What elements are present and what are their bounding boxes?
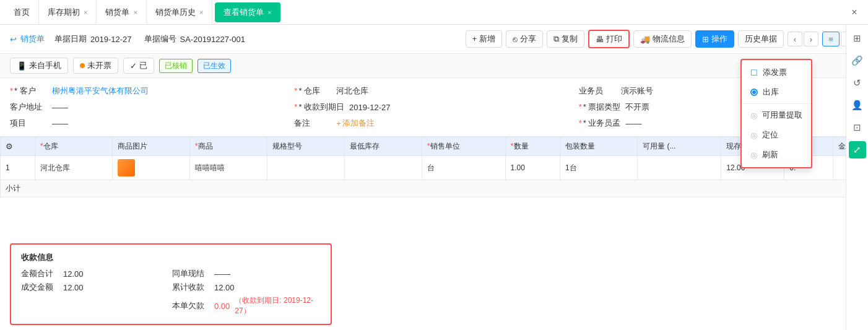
tab-view-sales[interactable]: 查看销货单 × <box>215 2 280 22</box>
radio-icon <box>750 89 758 96</box>
next-button[interactable]: › <box>804 32 818 46</box>
customer-addr-value: —— <box>52 103 68 112</box>
sidebar-link-icon[interactable]: 🔗 <box>849 52 866 69</box>
payment-info-grid: 金额合计 12.00 成交金额 12.00 同单现结 —— 累计收款 <box>21 268 321 316</box>
tab-view-sales-close[interactable]: × <box>267 9 271 16</box>
mobile-icon: 📱 <box>17 61 27 71</box>
cell-product: 嘻嘻嘻嘻 <box>189 156 267 180</box>
payment-info-section: 收款信息 金额合计 12.00 成交金额 12.00 同单现结 —— <box>10 243 332 325</box>
warehouse-value: 河北仓库 <box>336 85 368 97</box>
print-button[interactable]: 🖶 打印 <box>588 30 630 48</box>
sidebar-grid-icon[interactable]: ⊞ <box>849 30 866 47</box>
product-thumbnail <box>118 159 135 176</box>
available-qty-item[interactable]: ◎ 可用量提取 <box>742 105 811 125</box>
from-mobile-label: 来自手机 <box>29 60 61 71</box>
add-remark-icon: + <box>336 119 341 128</box>
window-close-button[interactable]: × <box>846 4 863 21</box>
form-section: * 客户 柳州粤港平安气体有限公司 * 仓库 河北仓库 业务员 演示账号 客户地… <box>0 78 868 137</box>
col-model: 规格型号 <box>267 137 344 156</box>
copy-button[interactable]: ⧉ 复制 <box>547 30 584 48</box>
from-mobile-button[interactable]: 📱 来自手机 <box>10 58 68 74</box>
locate-label: 定位 <box>762 129 778 141</box>
history-button[interactable]: 历史单据 <box>738 30 784 48</box>
payment-right: 同单现结 —— 累计收款 12.00 本单欠款 0.00 （收款到期日: 201… <box>172 268 321 316</box>
col-min-stock: 最低库存 <box>344 137 422 156</box>
refresh-item[interactable]: ◎ 刷新 <box>742 145 811 165</box>
project-label: 项目 <box>10 118 47 129</box>
doc-number-label: 单据编号 <box>144 33 176 45</box>
sidebar-user-icon[interactable]: 👤 <box>849 97 866 114</box>
col-available: 可用量 (... <box>638 137 721 156</box>
customer-addr-row: 客户地址 —— <box>10 102 289 113</box>
payment-left: 金额合计 12.00 成交金额 12.00 <box>21 268 170 316</box>
cell-product-img <box>112 156 189 180</box>
settings-icon: ⚙ <box>6 142 13 151</box>
share-icon: ⎋ <box>513 35 518 44</box>
cumulative-payment-label: 累计收款 <box>172 282 209 293</box>
circle-icon1: ◎ <box>750 111 757 120</box>
logistics-button[interactable]: 🚚 物流信息 <box>633 30 692 48</box>
prev-button[interactable]: ‹ <box>788 32 802 46</box>
effective-tag: 已生效 <box>197 59 231 73</box>
add-invoice-item[interactable]: ☐ 添发票 <box>742 63 811 82</box>
outbound-item[interactable]: 出库 <box>742 82 811 102</box>
doc-date-label: 单据日期 <box>54 33 87 45</box>
tab-sales-order-close[interactable]: × <box>133 9 137 16</box>
sidebar-expand-icon[interactable]: ⤢ <box>849 141 866 158</box>
circle-icon3: ◎ <box>750 150 757 160</box>
tab-sales-order-label: 销货单 <box>105 7 129 18</box>
balance-label: 本单欠款 <box>172 300 209 311</box>
tab-sales-history-close[interactable]: × <box>199 9 203 16</box>
warehouse-row: * 仓库 河北仓库 <box>294 85 573 97</box>
tab-home-label: 首页 <box>14 7 30 18</box>
add-remark-button[interactable]: + 添加备注 <box>336 118 375 129</box>
tab-sales-order[interactable]: 销货单 × <box>97 0 146 25</box>
tab-sales-history[interactable]: 销货单历史 × <box>147 0 212 25</box>
salesperson-row: 业务员 演示账号 <box>579 85 858 97</box>
customer-label: * 客户 <box>10 85 47 97</box>
tab-stock-init-label: 库存期初 <box>48 7 80 18</box>
subtotal-row: 小计 <box>1 180 868 198</box>
sidebar-grid2-icon[interactable]: ⊡ <box>849 119 866 136</box>
remark-label: 备注 <box>294 118 331 129</box>
same-order-settle-row: 同单现结 —— <box>172 268 321 279</box>
balance-value: 0.00 <box>214 302 230 311</box>
tab-home[interactable]: 首页 <box>5 0 39 25</box>
ticket-type-value: 不开票 <box>625 102 649 113</box>
share-button[interactable]: ⎋ 分享 <box>506 30 543 48</box>
transaction-amount-row: 成交金额 12.00 <box>21 282 170 293</box>
customer-value[interactable]: 柳州粤港平安气体有限公司 <box>52 85 149 97</box>
cell-sales-unit: 台 <box>422 156 505 180</box>
locate-item[interactable]: ◎ 定位 <box>742 125 811 145</box>
col-sales-unit: *销售单位 <box>422 137 505 156</box>
confirm-button[interactable]: ✓ 已 <box>123 58 154 74</box>
salesperson-value: 演示账号 <box>621 85 653 97</box>
total-amount-value: 12.00 <box>63 269 84 279</box>
confirm-label: 已 <box>139 60 147 71</box>
project-value: —— <box>52 119 68 128</box>
operations-button[interactable]: ⊞ 操作 <box>695 30 734 48</box>
new-label: + 新增 <box>472 33 495 45</box>
tab-stock-init-close[interactable]: × <box>84 9 87 16</box>
operations-label: 操作 <box>711 33 727 45</box>
col-settings[interactable]: ⚙ <box>1 137 35 156</box>
doc-header: ↩ 销货单 单据日期 2019-12-27 单据编号 SA-20191227-0… <box>0 25 868 54</box>
sidebar-refresh-icon[interactable]: ↺ <box>849 74 866 92</box>
subtotal-label: 小计 <box>1 180 868 198</box>
col-warehouse: *仓库 <box>35 137 112 156</box>
cell-model <box>267 156 344 180</box>
doc-date-item: 单据日期 2019-12-27 <box>54 33 132 45</box>
balance-row: 本单欠款 0.00 （收款到期日: 2019-12-27） <box>172 295 321 316</box>
not-open-ticket-button[interactable]: 未开票 <box>73 58 118 74</box>
tab-stock-init[interactable]: 库存期初 × <box>39 0 97 25</box>
new-button[interactable]: + 新增 <box>466 30 502 48</box>
list-view-button[interactable]: ≡ <box>822 32 840 46</box>
right-sidebar: ⊞ 🔗 ↺ 👤 ⊡ ⤢ <box>846 25 868 330</box>
logistics-label: 物流信息 <box>653 33 685 45</box>
cell-available <box>638 156 721 180</box>
doc-type-icon: ↩ <box>10 35 17 44</box>
doc-date-value: 2019-12-27 <box>90 35 132 44</box>
total-amount-row: 金额合计 12.00 <box>21 268 170 279</box>
product-table: ⚙ *仓库 商品图片 *商品 规格型号 最低库存 *销售单位 *数量 包装数量 … <box>0 137 868 198</box>
logistics-icon: 🚚 <box>640 35 650 44</box>
